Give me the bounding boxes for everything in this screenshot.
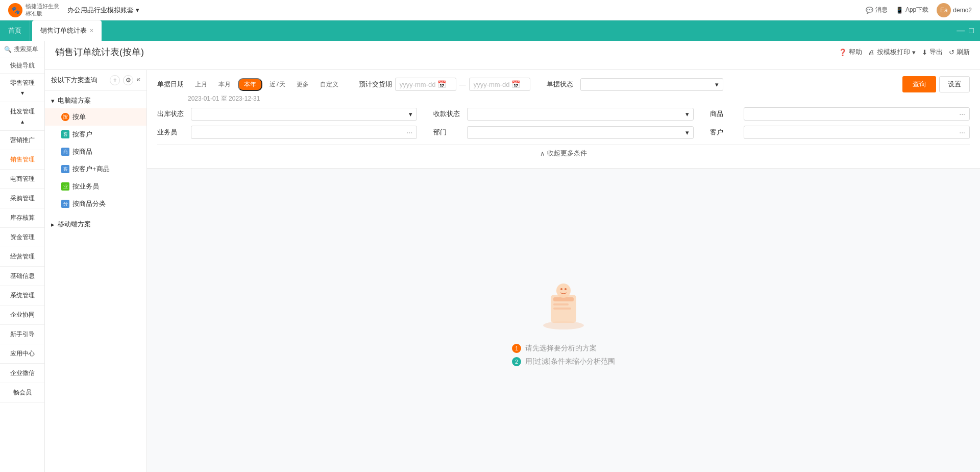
avatar: Ea [937,3,951,17]
sidebar: 🔍 搜索菜单 快捷导航 零售管理 ▾ 批发管理 ▴ 营销推广 销售管理 电商管理… [0,41,45,472]
svg-rect-3 [553,303,569,305]
empty-tips: 1 请先选择要分析的方案 2 用[过滤]条件来缩小分析范围 [512,344,615,366]
scheme-item-by-order[interactable]: 按 按单 [45,108,146,126]
expected-date-end-input[interactable]: yyyy-mm-dd 📅 [469,78,530,91]
filter-row-2: 出库状态 ▾ 收款状态 ▾ [157,107,970,121]
action-buttons: 查询 设置 [902,76,970,92]
top-bar-left: 🐾 畅捷通好生意 标准版 办公用品行业模拟账套 ▾ [8,3,143,17]
sidebar-item-sales[interactable]: 销售管理 [0,150,44,170]
dept-select[interactable]: ▾ [467,126,693,139]
salesperson-ellipsis-icon[interactable]: ··· [407,128,413,136]
sidebar-item-wechat[interactable]: 企业微信 [0,364,44,383]
empty-state: 1 请先选择要分析的方案 2 用[过滤]条件来缩小分析范围 [147,169,980,472]
settings-button[interactable]: 设置 [939,76,970,92]
maximize-btn[interactable]: □ [969,26,974,35]
date-filter-group: 单据日期 上月 本月 本年 近7天 更多 自定义 [157,78,342,91]
salesperson-filter: 业务员 ··· [157,126,417,139]
date-start-calendar-icon[interactable]: 📅 [437,80,446,88]
scheme-item-by-goods[interactable]: 商 按商品 [45,143,146,160]
sidebar-item-guide[interactable]: 新手引导 [0,325,44,344]
delivery-select[interactable]: ▾ [191,108,417,121]
message-icon: 💬 [866,7,873,14]
tip-num-2: 2 [512,357,521,366]
sidebar-item-operations[interactable]: 经营管理 [0,247,44,267]
print-icon: 🖨 [868,49,875,56]
date-more-btn[interactable]: 更多 [292,79,313,90]
scheme-item-by-customer[interactable]: 客 按客户 [45,126,146,143]
export-action[interactable]: ⬇ 导出 [922,48,943,57]
scheme-icon-goods: 商 [61,148,69,156]
help-action[interactable]: ❓ 帮助 [839,48,862,57]
customer-select[interactable]: ··· [744,126,970,139]
main-layout: 🔍 搜索菜单 快捷导航 零售管理 ▾ 批发管理 ▴ 营销推广 销售管理 电商管理… [0,41,980,472]
tab-sales-order[interactable]: 销售订单统计表 × [32,20,102,41]
print-action[interactable]: 🖨 按模板打印 ▾ [868,48,916,57]
tab-home[interactable]: 首页 [0,20,30,41]
tab-close-icon[interactable]: × [90,27,93,34]
goods-ellipsis-icon[interactable]: ··· [959,110,965,118]
scheme-item-by-customer-goods[interactable]: 客 按客户+商品 [45,160,146,178]
sidebar-item-apps[interactable]: 应用中心 [0,344,44,364]
scheme-collapse-btn[interactable]: « [136,75,140,85]
date-custom-btn[interactable]: 自定义 [316,79,342,90]
help-icon: ❓ [839,49,847,56]
sidebar-item-ecommerce[interactable]: 电商管理 [0,170,44,189]
scheme-item-by-goods-category[interactable]: 分 按商品分类 [45,195,146,213]
app-download-action[interactable]: 📱 App下载 [896,6,928,14]
sidebar-item-purchase[interactable]: 采购管理 [0,189,44,208]
date-cur-year-btn[interactable]: 本年 [238,78,262,91]
sidebar-item-member[interactable]: 畅会员 [0,383,44,403]
date-end-calendar-icon[interactable]: 📅 [511,80,520,88]
goods-filter: 商品 ··· [710,107,970,121]
tab-bar: 首页 销售订单统计表 × — □ [0,20,980,41]
query-button[interactable]: 查询 [902,76,936,92]
status-select[interactable]: ▾ [580,78,723,91]
minimize-btn[interactable]: — [957,26,965,35]
scheme-header: 按以下方案查询 + ⚙ « [45,70,146,91]
scheme-mobile-group-header[interactable]: ▸ 移动端方案 [45,217,146,232]
empty-illustration [533,274,594,336]
customer-ellipsis-icon[interactable]: ··· [959,128,965,136]
sidebar-item-enterprise[interactable]: 企业协同 [0,305,44,325]
sidebar-item-finance[interactable]: 资金管理 [0,228,44,247]
svg-point-5 [556,284,571,298]
message-action[interactable]: 💬 消息 [866,6,888,14]
sidebar-search[interactable]: 🔍 搜索菜单 [0,41,44,58]
scheme-item-by-salesperson[interactable]: 业 按业务员 [45,178,146,195]
collapse-bar[interactable]: ∧ 收起更多条件 [157,144,970,162]
sidebar-item-inventory[interactable]: 库存核算 [0,208,44,228]
expected-date-group: 预计交货期 yyyy-mm-dd 📅 — yyyy-mm-dd 📅 [359,78,530,91]
refresh-action[interactable]: ↺ 刷新 [949,48,970,57]
sidebar-item-system[interactable]: 系统管理 [0,286,44,305]
scheme-icon-salesperson: 业 [61,182,69,191]
scheme-settings-btn[interactable]: ⚙ [123,75,133,85]
delivery-chevron-icon: ▾ [409,110,412,118]
status-chevron-icon: ▾ [715,81,719,88]
salesperson-select[interactable]: ··· [191,126,417,139]
user-action[interactable]: Ea demo2 [937,3,972,17]
scheme-icon-order: 按 [61,113,69,121]
scheme-pc-group-header[interactable]: ▾ 电脑端方案 [45,93,146,108]
collapse-icon: ∧ [540,150,545,157]
sidebar-item-basic[interactable]: 基础信息 [0,267,44,286]
date-prev-month-btn[interactable]: 上月 [191,79,211,90]
sidebar-item-retail[interactable]: 零售管理 ▾ [0,74,44,102]
scheme-panel: 按以下方案查询 + ⚙ « ▾ 电脑端方案 [45,70,147,472]
empty-tip-2: 2 用[过滤]条件来缩小分析范围 [512,357,615,366]
workspace-selector[interactable]: 办公用品行业模拟账套 ▾ [63,6,143,15]
sidebar-shortcut[interactable]: 快捷导航 [0,58,44,74]
date-cur-month-btn[interactable]: 本月 [214,79,235,90]
date-7days-btn[interactable]: 近7天 [265,79,289,90]
logo-area: 🐾 畅捷通好生意 标准版 [8,3,59,17]
scheme-add-btn[interactable]: + [110,75,120,85]
sidebar-item-wholesale[interactable]: 批发管理 ▴ [0,102,44,131]
customer-filter: 客户 ··· [710,126,970,139]
refresh-icon: ↺ [949,49,954,56]
goods-select[interactable]: ··· [744,107,970,121]
expected-date-start-input[interactable]: yyyy-mm-dd 📅 [395,78,456,91]
app-icon: 📱 [896,7,903,14]
tip-num-1: 1 [512,344,521,353]
payment-select[interactable]: ▾ [467,108,693,121]
logo-text: 畅捷通好生意 标准版 [26,3,59,16]
sidebar-item-marketing[interactable]: 营销推广 [0,131,44,150]
